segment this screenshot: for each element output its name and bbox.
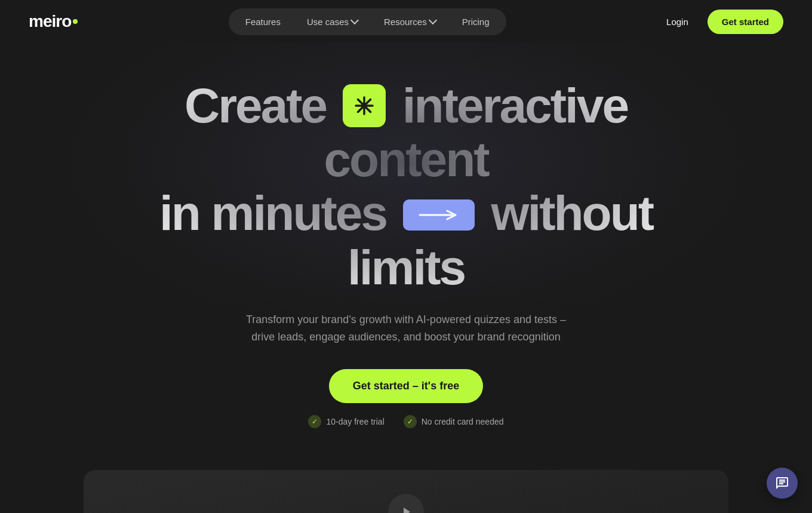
login-button[interactable]: Login	[657, 12, 698, 32]
trust-item-trial: ✓ 10-day free trial	[308, 415, 384, 428]
svg-point-0	[362, 103, 367, 108]
video-section	[84, 470, 728, 513]
hero-title-line2: in minutes without limits	[137, 186, 675, 294]
hero-subtitle: Transform your brand's growth with AI-po…	[233, 311, 579, 346]
chat-button[interactable]	[767, 468, 798, 499]
trust-row: ✓ 10-day free trial ✓ No credit card nee…	[308, 415, 503, 428]
chevron-down-icon	[429, 16, 437, 24]
nav-resources[interactable]: Resources	[372, 12, 448, 32]
nav-right: Login Get started	[657, 10, 783, 34]
nav-center: Features Use cases Resources Pricing	[229, 8, 506, 35]
navbar: meiro Features Use cases Resources Prici…	[0, 0, 812, 43]
cta-button[interactable]: Get started – it's free	[329, 369, 483, 403]
hero-section: Create interactive content in minutes wi…	[0, 43, 812, 464]
logo[interactable]: meiro	[29, 12, 78, 31]
nav-features[interactable]: Features	[233, 12, 293, 32]
chevron-down-icon	[350, 16, 359, 24]
chat-icon	[775, 476, 789, 490]
nav-use-cases[interactable]: Use cases	[295, 12, 370, 32]
logo-text: meiro	[29, 12, 71, 31]
hero-title: Create interactive content in minutes wi…	[137, 79, 675, 294]
video-wrapper	[0, 470, 812, 513]
check-icon-no-card: ✓	[404, 415, 417, 428]
nav-pricing[interactable]: Pricing	[450, 12, 502, 32]
ai-icon	[343, 84, 386, 127]
arrow-icon	[403, 199, 475, 231]
get-started-nav-button[interactable]: Get started	[708, 10, 783, 34]
trust-item-no-card: ✓ No credit card needed	[404, 415, 504, 428]
check-icon-trial: ✓	[308, 415, 321, 428]
logo-dot	[73, 19, 78, 24]
hero-title-line1: Create interactive content	[137, 79, 675, 186]
